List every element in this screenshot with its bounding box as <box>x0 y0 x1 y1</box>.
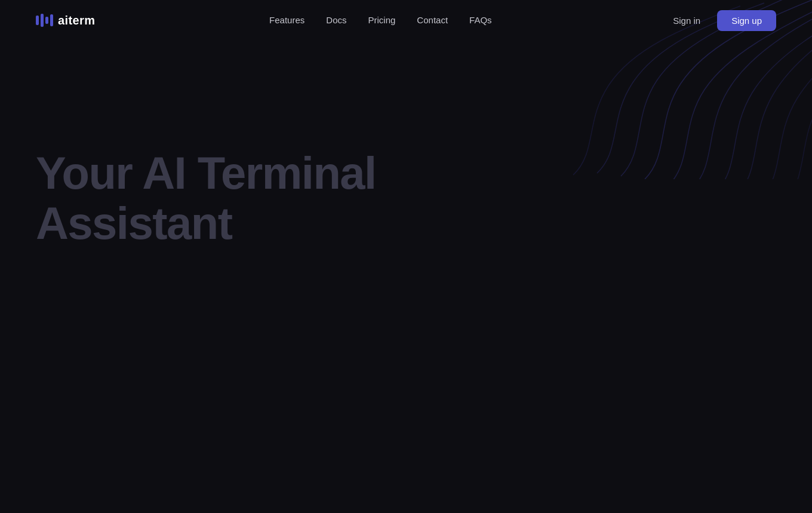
nav-item-features[interactable]: Features <box>269 15 304 26</box>
hero-section: Your AI Terminal Assistant <box>0 41 812 248</box>
nav-item-contact[interactable]: Contact <box>417 15 448 26</box>
hero-title-line2: Assistant <box>36 198 232 248</box>
nav-link-docs[interactable]: Docs <box>326 15 346 25</box>
nav-actions: Sign in Sign up <box>666 10 776 31</box>
nav-item-pricing[interactable]: Pricing <box>368 15 396 26</box>
navbar: aiterm Features Docs Pricing Contact FAQ… <box>0 0 812 41</box>
signin-button[interactable]: Sign in <box>666 11 708 30</box>
signup-button[interactable]: Sign up <box>717 10 776 31</box>
nav-links: Features Docs Pricing Contact FAQs <box>269 15 491 26</box>
nav-link-pricing[interactable]: Pricing <box>368 15 396 25</box>
nav-item-faqs[interactable]: FAQs <box>469 15 492 26</box>
nav-link-faqs[interactable]: FAQs <box>469 15 492 25</box>
nav-link-features[interactable]: Features <box>269 15 304 25</box>
logo-bar-4 <box>50 14 53 26</box>
hero-title: Your AI Terminal Assistant <box>36 148 394 248</box>
logo-bar-1 <box>36 16 39 25</box>
logo-text: aiterm <box>58 14 95 27</box>
hero-title-line1: Your AI Terminal <box>36 148 376 198</box>
logo-bar-3 <box>45 17 48 24</box>
logo-icon <box>36 14 53 27</box>
nav-item-docs[interactable]: Docs <box>326 15 346 26</box>
logo-bar-2 <box>41 14 44 27</box>
logo[interactable]: aiterm <box>36 14 95 27</box>
nav-link-contact[interactable]: Contact <box>417 15 448 25</box>
